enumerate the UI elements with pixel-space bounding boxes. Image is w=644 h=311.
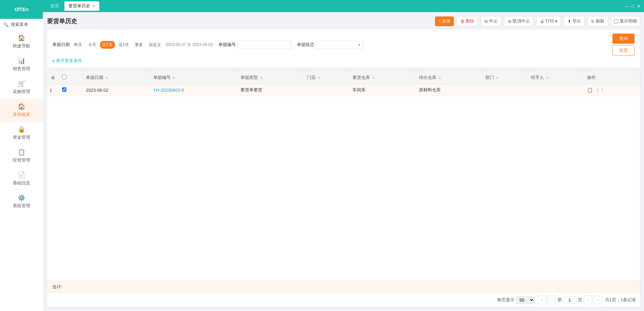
select-all-checkbox[interactable] xyxy=(62,75,66,79)
new-button[interactable]: + 新增 xyxy=(435,16,454,26)
refresh-button[interactable]: ↻ 刷新 xyxy=(587,16,608,26)
col-handler-label: 经手人 xyxy=(531,75,544,80)
col-doc-no-sort-icon[interactable]: ⇅ xyxy=(172,76,175,80)
doc-no-label: 单据编号 xyxy=(218,42,236,48)
col-doc-date: 单据日期 ⇅ xyxy=(83,71,150,84)
sidebar-item-search[interactable]: 🔍 搜索菜单 xyxy=(0,19,43,30)
col-doc-date-label: 单据日期 xyxy=(86,75,103,80)
cell-num-1: 1 xyxy=(47,84,59,96)
sidebar-item-sales-label: 销售管理 xyxy=(13,66,30,72)
topbar: 首页 要货单历史 ✕ — □ ✕ xyxy=(43,0,644,12)
sidebar-item-purchase[interactable]: 🛒 采购管理 xyxy=(0,76,43,99)
export-icon: ⬆ xyxy=(568,19,571,24)
clipboard-icon: 📋 xyxy=(18,148,25,156)
page-input[interactable] xyxy=(563,297,577,304)
tab-yaohuodan[interactable]: 要货单历史 ✕ xyxy=(64,1,99,11)
lock-icon: 🔒 xyxy=(18,126,25,133)
sidebar-item-inventory[interactable]: 🏠 库存核算 xyxy=(0,99,43,122)
action-icons-1: 📋 ⋮⋮ xyxy=(587,87,637,93)
export-label: 导出 xyxy=(572,18,581,24)
sidebar-item-basic[interactable]: 📄 基础信息 xyxy=(0,167,43,190)
next-page-btn[interactable]: › xyxy=(584,296,592,304)
filter-settings-button[interactable]: 设置 xyxy=(612,45,635,56)
filter-actions: 查询 设置 xyxy=(612,34,635,56)
col-checkbox xyxy=(59,71,83,84)
print-button[interactable]: 🖨 打印 ▾ xyxy=(536,16,561,26)
sidebar-item-finance-label: 资金管理 xyxy=(13,134,30,140)
date-btn-7days[interactable]: 近7天 xyxy=(100,41,115,49)
file-icon: 📄 xyxy=(18,171,25,179)
col-department-sort-icon[interactable]: ⇅ xyxy=(496,76,499,80)
col-store-sort-icon[interactable]: ⇅ xyxy=(318,76,320,80)
doc-no-link-1[interactable]: YH-20230602-0 xyxy=(153,88,184,93)
cell-doc-no-1: YH-20230602-0 xyxy=(150,84,238,96)
cell-req-warehouse-1: 车间库 xyxy=(350,84,416,96)
doc-no-input[interactable] xyxy=(238,41,291,49)
show-detail-toggle[interactable]: 显示明细 xyxy=(611,16,640,26)
sidebar-item-operations[interactable]: 📋 经营管理 xyxy=(0,144,43,167)
col-doc-type-sort-icon[interactable]: ⇅ xyxy=(260,76,263,80)
delete-button[interactable]: 🗑 删除 xyxy=(457,16,478,26)
sidebar-item-operations-label: 经营管理 xyxy=(13,157,30,163)
minimize-button[interactable]: — xyxy=(625,4,629,9)
cell-actions-1: 📋 ⋮⋮ xyxy=(584,84,640,96)
sidebar-item-purchase-label: 采购管理 xyxy=(13,89,30,95)
print-label: 打印 xyxy=(545,18,554,24)
data-table: ⚙ 单据日期 ⇅ 单据编号 ⇅ xyxy=(47,71,640,96)
col-req-warehouse: 要货仓库 ⇅ xyxy=(350,71,416,84)
date-btn-custom[interactable]: 自定义 xyxy=(147,41,163,49)
cell-department-1 xyxy=(483,84,528,96)
date-btn-today[interactable]: 今天 xyxy=(86,41,99,49)
date-btn-1month[interactable]: 近1月 xyxy=(116,41,131,49)
col-doc-no-label: 单据编号 xyxy=(153,75,171,80)
doc-status-select[interactable] xyxy=(316,41,363,49)
stop-button[interactable]: ⊘ 中止 xyxy=(481,16,501,26)
stop-icon: ⊘ xyxy=(484,19,488,24)
page-title: 要货单历史 xyxy=(47,17,77,25)
settings-col-icon[interactable]: ⚙ xyxy=(51,75,55,80)
sidebar-item-finance[interactable]: 🔒 资金管理 xyxy=(0,122,43,144)
tab-home[interactable]: 首页 xyxy=(46,1,63,11)
per-page-group: 每页显示 10 20 50 100 xyxy=(497,296,535,304)
refresh-icon: ↻ xyxy=(591,19,595,24)
row-checkbox-1[interactable] xyxy=(62,87,66,92)
col-req-warehouse-sort-icon[interactable]: ⇅ xyxy=(372,76,375,80)
cancel-stop-button[interactable]: ⊘ 取消中止 xyxy=(504,16,534,26)
total-info: 共1页，1条记录 xyxy=(605,297,636,303)
sidebar: OfTEn 🔍 搜索菜单 🏠 快捷导航 📊 销售管理 🛒 采购管理 🏠 库存核算… xyxy=(0,0,43,311)
col-settings: ⚙ xyxy=(47,71,59,84)
last-page-btn[interactable]: » xyxy=(594,296,602,304)
close-button[interactable]: ✕ xyxy=(637,4,641,9)
date-range-buttons: 昨天 今天 近7天 近1月 更多 自定义 xyxy=(72,41,163,49)
prev-page-btn[interactable]: ‹ xyxy=(547,296,556,304)
show-detail-label: 显示明细 xyxy=(620,18,637,24)
first-page-btn[interactable]: « xyxy=(537,296,546,304)
gear-icon: ⚙️ xyxy=(18,194,25,202)
col-handler-sort-icon[interactable]: ⇅ xyxy=(546,76,549,80)
col-doc-type-label: 单据类型 xyxy=(240,75,258,80)
date-btn-yesterday[interactable]: 昨天 xyxy=(72,41,85,49)
col-doc-date-sort-icon[interactable]: ⇅ xyxy=(105,76,108,80)
doc-status-label: 单据状态 xyxy=(297,42,314,48)
sidebar-item-sales[interactable]: 📊 销售管理 xyxy=(0,53,43,76)
tab-close-icon[interactable]: ✕ xyxy=(92,4,95,8)
show-detail-checkbox[interactable] xyxy=(614,19,618,24)
delete-icon: 🗑 xyxy=(460,19,465,24)
sidebar-item-basic-label: 基础信息 xyxy=(13,180,30,186)
sidebar-item-quicknav[interactable]: 🏠 快捷导航 xyxy=(0,30,43,53)
query-button[interactable]: 查询 xyxy=(612,34,635,44)
date-filter-group: 单据日期 昨天 今天 近7天 近1月 更多 自定义 2023-05-27 至 2… xyxy=(52,41,213,49)
more-icon-1[interactable]: ⋮⋮ xyxy=(595,87,605,93)
sidebar-item-system[interactable]: ⚙️ 系统管理 xyxy=(0,190,43,213)
edit-icon-1[interactable]: 📋 xyxy=(587,87,593,93)
cell-pending-warehouse-1: 原材料仓库 xyxy=(416,84,483,96)
export-button[interactable]: ⬆ 导出 xyxy=(564,16,585,26)
expand-more-btn[interactable]: ▾ 展开更多条件 xyxy=(52,58,635,64)
search-icon: 🔍 xyxy=(3,22,9,27)
per-page-select[interactable]: 10 20 50 100 xyxy=(516,296,535,304)
cell-handler-1 xyxy=(528,84,584,96)
col-pending-warehouse-sort-icon[interactable]: ⇅ xyxy=(438,76,441,80)
data-table-container: ⚙ 单据日期 ⇅ 单据编号 ⇅ xyxy=(47,71,640,307)
date-btn-more[interactable]: 更多 xyxy=(132,41,145,49)
maximize-button[interactable]: □ xyxy=(632,4,634,9)
